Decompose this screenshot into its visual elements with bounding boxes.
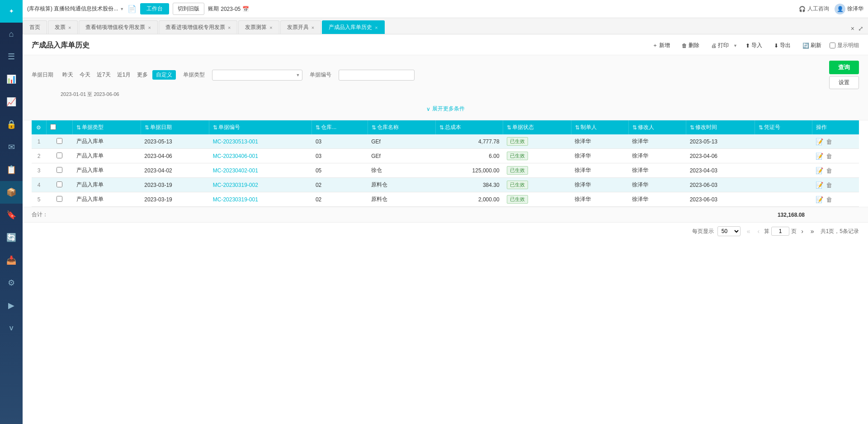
refresh-button[interactable]: 🔄 刷新	[799, 40, 825, 51]
date-custom[interactable]: 自定义	[152, 70, 176, 80]
per-page-select[interactable]: 50 100 200	[717, 226, 741, 236]
sidebar-item-sync[interactable]: 🔄	[0, 226, 23, 249]
row-modifier: 徐泽华	[628, 178, 686, 192]
tab-expand-button[interactable]: ⤢	[858, 25, 863, 32]
sidebar-item-home[interactable]: ⌂	[0, 23, 23, 45]
tab-open[interactable]: 发票开具 ×	[280, 20, 321, 34]
row-num-link[interactable]: MC-20230402-001	[209, 163, 312, 178]
tab-invoice-close[interactable]: ×	[68, 25, 71, 30]
row-type: 产品入库单	[73, 163, 141, 178]
tab-purchase-vat[interactable]: 查看进项增值税专用发票 ×	[159, 20, 237, 34]
tab-sales-vat-close[interactable]: ×	[148, 25, 151, 30]
import-button[interactable]: ⬆ 导入	[742, 40, 766, 51]
tab-calc-close[interactable]: ×	[269, 25, 272, 30]
row-voucher	[755, 163, 812, 178]
delete-icon[interactable]: 🗑	[826, 167, 832, 174]
company-selector[interactable]: (库存核算) 直播轻纯通信息技术股份... ▼	[27, 5, 124, 13]
tab-inbound[interactable]: 产成品入库单历史 ×	[322, 20, 384, 34]
th-date[interactable]: ⇅ 单据日期	[141, 120, 209, 134]
next-page-button[interactable]: ›	[798, 227, 806, 236]
th-status[interactable]: ⇅ 单据状态	[503, 120, 571, 134]
sidebar-item-menu[interactable]: ☰	[0, 45, 23, 68]
row-num-link[interactable]: MC-20230319-001	[209, 192, 312, 207]
tab-invoice[interactable]: 发票 ×	[48, 20, 78, 34]
switch-version-button[interactable]: 切到旧版	[173, 3, 204, 15]
delete-icon[interactable]: 🗑	[826, 152, 832, 160]
date-yesterday[interactable]: 昨天	[61, 70, 75, 80]
doc-num-input[interactable]	[339, 70, 415, 81]
sidebar-item-analysis[interactable]: 📈	[0, 91, 23, 113]
delete-icon[interactable]: 🗑	[826, 138, 832, 145]
export-button[interactable]: ⬇ 导出	[770, 40, 794, 51]
th-warehouse-code[interactable]: ⇅ 仓库...	[312, 120, 368, 134]
sidebar-item-inventory[interactable]: 📦	[0, 181, 23, 204]
help-button[interactable]: 🎧 人工咨询	[799, 5, 829, 13]
last-page-button[interactable]: »	[808, 227, 817, 236]
user-menu[interactable]: 👤 徐泽华	[835, 4, 863, 14]
row-num-link[interactable]: MC-20230319-002	[209, 178, 312, 192]
th-voucher[interactable]: ⇅ 凭证号	[755, 120, 812, 134]
row-checkbox[interactable]	[57, 167, 62, 173]
page-number-input[interactable]	[771, 227, 789, 236]
edit-icon[interactable]: 📝	[816, 138, 823, 145]
filter-settings-button[interactable]: 设置	[829, 76, 859, 89]
print-button[interactable]: 🖨 打印	[708, 40, 732, 51]
sidebar-item-task[interactable]: 📋	[0, 158, 23, 181]
sidebar-item-report[interactable]: 📊	[0, 68, 23, 91]
tab-sales-vat[interactable]: 查看销项增值税专用发票 ×	[79, 20, 157, 34]
sidebar-item-import[interactable]: 📥	[0, 249, 23, 272]
tab-inbound-close[interactable]: ×	[375, 25, 377, 30]
th-num[interactable]: ⇅ 单据编号	[209, 120, 312, 134]
tabbar: 首页 发票 × 查看销项增值税专用发票 × 查看进项增值税专用发票 × 发票测算…	[23, 18, 868, 34]
show-detail-checkbox[interactable]	[830, 43, 835, 48]
th-modify-time[interactable]: ⇅ 修改时间	[686, 120, 755, 134]
calendar-icon[interactable]: 📅	[242, 6, 249, 12]
th-creator[interactable]: ⇅ 制单人	[571, 120, 628, 134]
th-warehouse-name[interactable]: ⇅ 仓库名称	[368, 120, 436, 134]
tab-purchase-vat-close[interactable]: ×	[228, 25, 231, 30]
sidebar-item-version[interactable]: V	[0, 317, 23, 339]
edit-icon[interactable]: 📝	[816, 152, 823, 160]
date-1month[interactable]: 近1月	[115, 70, 133, 80]
new-button[interactable]: ＋ 新增	[649, 40, 674, 51]
edit-icon[interactable]: 📝	[816, 167, 823, 174]
sidebar-item-settings[interactable]: ⚙	[0, 272, 23, 294]
th-total-cost[interactable]: ⇅ 总成本	[436, 120, 503, 134]
th-modifier[interactable]: ⇅ 修改人	[628, 120, 686, 134]
edit-icon[interactable]: 📝	[816, 196, 823, 203]
row-num-link[interactable]: MC-20230406-001	[209, 149, 312, 163]
date-today[interactable]: 今天	[78, 70, 92, 80]
tab-open-close[interactable]: ×	[311, 25, 314, 30]
tab-close-all-button[interactable]: ×	[851, 25, 854, 32]
sidebar-item-play[interactable]: ▶	[0, 294, 23, 317]
query-button[interactable]: 查询	[829, 61, 859, 74]
row-checkbox[interactable]	[57, 181, 62, 187]
delete-button[interactable]: 🗑 删除	[678, 40, 703, 51]
row-warehouse-code: 03	[312, 134, 368, 149]
show-detail-checkbox-container[interactable]: 显示明细	[830, 42, 859, 49]
date-7days[interactable]: 近7天	[95, 70, 113, 80]
print-dropdown-icon[interactable]: ▼	[733, 43, 737, 48]
expand-conditions-button[interactable]: ∨ 展开更多条件	[426, 103, 465, 114]
workbench-button[interactable]: 工作台	[140, 3, 169, 14]
th-type[interactable]: ⇅ 单据类型	[73, 120, 141, 134]
first-page-button[interactable]: «	[744, 227, 753, 236]
select-all-checkbox[interactable]	[50, 124, 56, 130]
tab-home[interactable]: 首页	[23, 20, 47, 34]
sidebar-item-voucher[interactable]: 🔖	[0, 204, 23, 226]
delete-icon[interactable]: 🗑	[826, 196, 832, 203]
row-num-link[interactable]: MC-20230513-001	[209, 134, 312, 149]
th-settings[interactable]: ⚙	[32, 120, 46, 134]
delete-icon[interactable]: 🗑	[826, 181, 832, 189]
row-checkbox[interactable]	[57, 152, 62, 158]
sidebar-item-message[interactable]: ✉	[0, 136, 23, 158]
edit-icon[interactable]: 📝	[816, 181, 823, 189]
tab-calc[interactable]: 发票测算 ×	[238, 20, 279, 34]
row-num: 1	[32, 134, 46, 149]
date-more[interactable]: 更多	[135, 70, 150, 80]
sidebar-item-lock[interactable]: 🔒	[0, 113, 23, 136]
row-checkbox[interactable]	[57, 196, 62, 202]
type-select[interactable]	[212, 70, 302, 81]
row-checkbox[interactable]	[57, 138, 62, 144]
prev-page-button[interactable]: ‹	[755, 227, 763, 236]
